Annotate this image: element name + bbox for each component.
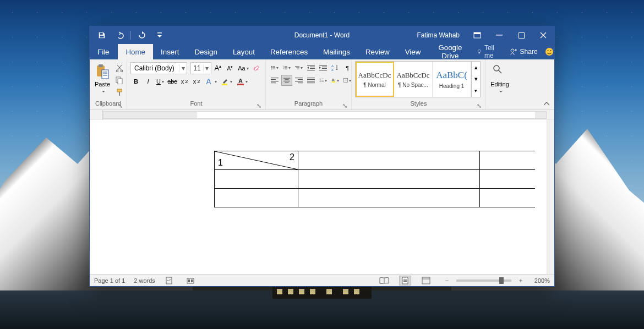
styles-scroll-down[interactable]: ▾ (471, 73, 480, 85)
zoom-out-button[interactable]: − (441, 276, 453, 286)
minimize-button[interactable] (488, 26, 510, 44)
highlight-button[interactable]: ▾ (220, 76, 234, 87)
format-painter-button[interactable] (114, 87, 125, 98)
style-heading-1[interactable]: AaBbC( Heading 1 (433, 62, 471, 97)
align-left-button[interactable] (269, 75, 280, 86)
decrease-indent-button[interactable] (305, 62, 316, 73)
paste-button[interactable]: Paste (93, 61, 112, 94)
shading-button[interactable]: ▾ (330, 75, 341, 86)
borders-button[interactable]: ▾ (342, 75, 353, 86)
show-paragraph-marks-button[interactable]: ¶ (342, 62, 353, 73)
user-name[interactable]: Fatima Wahab (410, 31, 466, 39)
ribbon-display-options-button[interactable] (466, 26, 488, 44)
table-cell[interactable] (298, 189, 480, 207)
table-cell[interactable] (480, 189, 535, 207)
close-button[interactable] (532, 26, 554, 44)
tab-design[interactable]: Design (187, 44, 225, 59)
multilevel-list-button[interactable]: ▾ (293, 62, 304, 73)
word-count[interactable]: 2 words (134, 277, 155, 284)
tab-google-drive[interactable]: Google Drive (428, 44, 472, 59)
print-layout-button[interactable] (399, 276, 411, 286)
font-launcher[interactable]: ⤡ (255, 102, 262, 109)
ruler[interactable] (90, 110, 554, 120)
document-area[interactable]: 1 2 (90, 120, 554, 274)
sort-button[interactable]: AZ (330, 62, 341, 73)
font-name-selector[interactable]: Calibri (Body) ▾ (130, 62, 187, 74)
clipboard-launcher[interactable]: ⤡ (117, 102, 123, 109)
tab-home[interactable]: Home (118, 44, 153, 59)
svg-rect-52 (271, 78, 279, 78)
tab-references[interactable]: References (263, 44, 315, 59)
table-cell-diagonal[interactable]: 1 2 (215, 151, 298, 170)
tab-file[interactable]: File (90, 44, 117, 59)
bold-button[interactable]: B (130, 76, 141, 87)
svg-rect-6 (519, 32, 524, 38)
superscript-button[interactable]: x2 (191, 76, 202, 87)
read-mode-button[interactable] (378, 276, 390, 286)
table-cell[interactable] (215, 170, 298, 189)
vertical-scrollbar[interactable] (547, 120, 554, 274)
macro-recording-button[interactable] (185, 276, 197, 286)
tab-view[interactable]: View (397, 44, 429, 59)
table-cell[interactable] (215, 189, 298, 207)
style-no-spacing[interactable]: AaBbCcDc ¶ No Spac... (394, 62, 433, 97)
tab-review[interactable]: Review (358, 44, 397, 59)
shrink-font-button[interactable]: A▾ (225, 63, 236, 74)
tab-mailings[interactable]: Mailings (315, 44, 358, 59)
table-cell[interactable] (298, 151, 480, 170)
style-normal[interactable]: AaBbCcDc ¶ Normal (356, 62, 394, 97)
document-page[interactable]: 1 2 (103, 130, 547, 274)
redo-button[interactable] (134, 26, 150, 44)
tab-layout[interactable]: Layout (225, 44, 263, 59)
zoom-slider-thumb[interactable] (499, 277, 504, 284)
styles-scroll-up[interactable]: ▴ (471, 62, 480, 73)
feedback-button[interactable] (544, 44, 554, 59)
tell-me-input[interactable]: Tell me (472, 44, 503, 59)
increase-indent-button[interactable] (318, 62, 329, 73)
italic-button[interactable]: I (143, 76, 154, 87)
collapse-ribbon-button[interactable] (542, 100, 551, 108)
cut-button[interactable] (114, 63, 125, 74)
save-button[interactable] (94, 26, 110, 44)
table-row[interactable] (215, 170, 535, 189)
underline-button[interactable]: U▾ (155, 76, 166, 87)
numbering-button[interactable]: 123▾ (281, 62, 292, 73)
bullets-button[interactable]: ▾ (269, 62, 280, 73)
justify-button[interactable] (305, 75, 316, 86)
tab-insert[interactable]: Insert (153, 44, 187, 59)
grow-font-button[interactable]: A▴ (212, 63, 223, 74)
styles-expand[interactable]: ▾ (471, 85, 480, 97)
font-size-selector[interactable]: 11 ▾ (190, 62, 211, 74)
table-row[interactable] (215, 189, 535, 207)
document-table[interactable]: 1 2 (214, 151, 535, 207)
subscript-button[interactable]: x2 (179, 76, 190, 87)
qat-customize-button[interactable] (152, 26, 167, 44)
align-right-button[interactable] (293, 75, 304, 86)
font-color-button[interactable]: A▾ (235, 76, 249, 87)
align-center-button[interactable] (281, 75, 292, 86)
strikethrough-button[interactable]: abc (167, 76, 178, 87)
undo-button[interactable] (112, 26, 127, 44)
zoom-slider[interactable] (456, 279, 511, 282)
web-layout-button[interactable] (420, 276, 432, 286)
zoom-level[interactable]: 200% (530, 277, 550, 284)
table-row[interactable]: 1 2 (215, 151, 535, 170)
share-button[interactable]: Share (503, 44, 544, 59)
maximize-button[interactable] (510, 26, 532, 44)
line-spacing-button[interactable]: ▾ (318, 75, 329, 86)
zoom-in-button[interactable]: + (515, 276, 527, 286)
copy-button[interactable] (114, 75, 125, 86)
styles-launcher[interactable]: ⤡ (476, 102, 482, 109)
clear-formatting-button[interactable] (251, 63, 262, 74)
change-case-button[interactable]: Aa▾ (237, 63, 250, 74)
table-cell[interactable] (480, 170, 535, 189)
page-indicator[interactable]: Page 1 of 1 (94, 277, 125, 284)
text-effects-button[interactable]: A▾ (203, 76, 219, 87)
spellcheck-button[interactable] (164, 276, 176, 286)
editing-button[interactable]: Editing (489, 61, 510, 94)
table-cell[interactable] (480, 151, 535, 170)
svg-rect-68 (321, 79, 324, 79)
cut-icon (116, 64, 123, 72)
table-cell[interactable] (298, 170, 480, 189)
paragraph-launcher[interactable]: ⤡ (341, 102, 348, 109)
